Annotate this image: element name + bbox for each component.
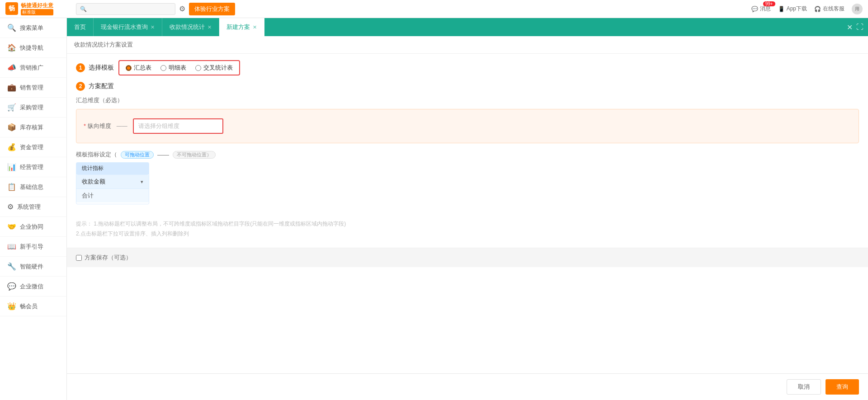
sidebar-item-sales[interactable]: 💼 销售管理	[0, 78, 66, 98]
message-badge: 99+	[763, 1, 775, 6]
sidebar-item-inventory[interactable]: 📦 库存核算	[0, 118, 66, 137]
purchase-icon: 🛒	[7, 103, 16, 112]
dimension-select[interactable]: 请选择分组维度	[133, 118, 223, 134]
step2-title: 方案配置	[89, 82, 114, 90]
movable-position-tag: 可拖动位置	[121, 151, 154, 159]
logo-text: 畅捷通好生意	[21, 2, 53, 9]
tab-receipt-stats-close[interactable]: ✕	[208, 24, 212, 30]
sidebar-item-system[interactable]: ⚙ 系统管理	[0, 197, 66, 217]
baseinfo-icon: 📋	[7, 183, 16, 191]
sidebar-item-member[interactable]: 👑 畅会员	[0, 296, 66, 316]
stats-column-header: 收款金额 ▾	[76, 175, 149, 189]
cancel-button[interactable]: 取消	[787, 379, 821, 395]
tab-bar: 首页 现金银行流水查询 ✕ 收款情况统计 ✕ 新建方案 ✕ ✕ ⛶	[67, 18, 868, 36]
tab-bar-actions: ✕ ⛶	[842, 18, 868, 36]
tab-home[interactable]: 首页	[67, 18, 94, 36]
wechat-icon: 💬	[7, 282, 16, 291]
tab-new-plan[interactable]: 新建方案 ✕	[219, 18, 264, 36]
radio-cross-label: 交叉统计表	[203, 64, 233, 72]
dimension-arrow: ——	[117, 123, 127, 129]
service-icon: 🎧	[814, 6, 821, 12]
top-header: 畅 畅捷通好生意 标准版 🔍 ⚙ 体验行业方案 💬 消息 99+ 📱 App下载…	[0, 0, 868, 18]
indicator-title-text: 模板指标设定（	[76, 151, 117, 159]
sales-icon: 💼	[7, 83, 16, 92]
stats-table: 收款金额 ▾ 合计	[76, 174, 149, 202]
tab-home-label: 首页	[74, 23, 86, 31]
system-icon: ⚙	[7, 202, 14, 211]
radio-summary-input[interactable]	[126, 65, 132, 71]
tab-receipt-stats-label: 收款情况统计	[170, 23, 205, 31]
radio-cross[interactable]: 交叉统计表	[195, 64, 233, 72]
sidebar-item-wechat[interactable]: 💬 企业微信	[0, 277, 66, 296]
maximize-icon[interactable]: ⛶	[856, 23, 863, 31]
radio-cross-input[interactable]	[195, 65, 201, 71]
sidebar-item-label: 系统管理	[17, 203, 41, 211]
tab-new-plan-label: 新建方案	[226, 23, 250, 31]
sidebar-item-collab[interactable]: 🤝 企业协同	[0, 217, 66, 237]
radio-summary[interactable]: 汇总表	[126, 64, 151, 72]
operations-icon: 📊	[7, 163, 16, 171]
save-checkbox[interactable]	[76, 255, 82, 261]
search-icon: 🔍	[80, 6, 87, 12]
indicator-header: 模板指标设定（ 可拖动位置 —— 不可拖动位置）	[76, 151, 859, 159]
tab-bank-flow-label: 现金银行流水查询	[101, 23, 148, 31]
sidebar-item-label: 新手引导	[20, 243, 43, 251]
tip-line-2: 2.点击标题栏下拉可设置排序、插入列和删除列	[76, 229, 859, 239]
sidebar-item-label: 经营管理	[20, 163, 43, 171]
dimension-row: * 纵向维度 —— 请选择分组维度	[84, 118, 851, 134]
download-button[interactable]: 📱 App下载	[778, 5, 807, 13]
tab-bank-flow-close[interactable]: ✕	[151, 24, 155, 30]
logo-icon: 畅	[5, 2, 18, 15]
service-button[interactable]: 🎧 在线客服	[814, 5, 844, 13]
sidebar-item-marketing[interactable]: 📣 营销推广	[0, 58, 66, 78]
sidebar-item-label: 销售管理	[20, 84, 43, 92]
sidebar-item-finance[interactable]: 💰 资金管理	[0, 137, 66, 157]
page-title-bar: 收款情况统计方案设置	[67, 36, 868, 54]
finance-icon: 💰	[7, 143, 16, 151]
guide-icon: 📖	[7, 242, 16, 251]
dimension-section-title: 汇总维度（必选）	[76, 96, 859, 104]
user-avatar[interactable]: 用	[852, 4, 863, 14]
sidebar-item-purchase[interactable]: 🛒 采购管理	[0, 98, 66, 118]
sidebar-item-hardware[interactable]: 🔧 智能硬件	[0, 257, 66, 277]
stats-table-row: 合计	[76, 189, 149, 202]
close-window-icon[interactable]: ✕	[847, 23, 853, 32]
page-inner: 收款情况统计方案设置 1 选择模板	[67, 36, 868, 373]
sidebar-item-label: 基础信息	[20, 183, 43, 191]
indicator-separator: ——	[157, 151, 169, 158]
dimension-placeholder: 请选择分组维度	[138, 122, 179, 129]
indicator-section: 模板指标设定（ 可拖动位置 —— 不可拖动位置） 统计指标	[76, 151, 859, 239]
dimension-area: * 纵向维度 —— 请选择分组维度	[76, 109, 859, 143]
sidebar-item-label: 智能硬件	[20, 263, 43, 271]
radio-detail[interactable]: 明细表	[160, 64, 186, 72]
page-title: 收款情况统计方案设置	[74, 41, 133, 48]
search-bar[interactable]: 🔍	[76, 3, 175, 15]
sidebar-item-quicknav[interactable]: 🏠 快捷导航	[0, 38, 66, 58]
header-actions: 💬 消息 99+ 📱 App下载 🎧 在线客服 用	[751, 4, 863, 14]
logo-badge: 标准版	[21, 9, 53, 15]
sidebar-item-operations[interactable]: 📊 经营管理	[0, 157, 66, 177]
radio-detail-label: 明细表	[169, 64, 186, 72]
industry-button[interactable]: 体验行业方案	[189, 3, 235, 15]
column-dropdown-icon[interactable]: ▾	[141, 179, 143, 185]
tab-new-plan-close[interactable]: ✕	[253, 24, 257, 30]
sidebar-item-label: 快捷导航	[20, 44, 43, 52]
tab-receipt-stats[interactable]: 收款情况统计 ✕	[162, 18, 219, 36]
sidebar-item-label: 库存核算	[20, 123, 43, 132]
message-button[interactable]: 💬 消息 99+	[751, 5, 771, 13]
tab-bank-flow[interactable]: 现金银行流水查询 ✕	[94, 18, 162, 36]
sidebar-item-base-info[interactable]: 📋 基础信息	[0, 177, 66, 197]
radio-detail-input[interactable]	[160, 65, 166, 71]
search-menu-icon: 🔍	[7, 24, 16, 32]
sidebar-item-search[interactable]: 🔍 搜索菜单	[0, 18, 66, 38]
inventory-icon: 📦	[7, 123, 16, 132]
tip-line-1: 提示： 1.拖动标题栏可以调整布局，不可跨维度或指标区域拖动栏目字段(只能在同一…	[76, 219, 859, 229]
dimension-subsection: 汇总维度（必选） * 纵向维度 —— 请选择分组维度	[76, 96, 859, 143]
sidebar-item-guide[interactable]: 📖 新手引导	[0, 237, 66, 257]
sidebar-item-label: 搜索菜单	[20, 24, 43, 32]
query-button[interactable]: 查询	[826, 379, 859, 395]
sidebar-item-label: 资金管理	[20, 143, 43, 151]
sidebar-item-label: 营销推广	[20, 64, 43, 72]
settings-icon[interactable]: ⚙	[179, 5, 185, 13]
save-option-label: 方案保存（可选）	[85, 254, 132, 262]
